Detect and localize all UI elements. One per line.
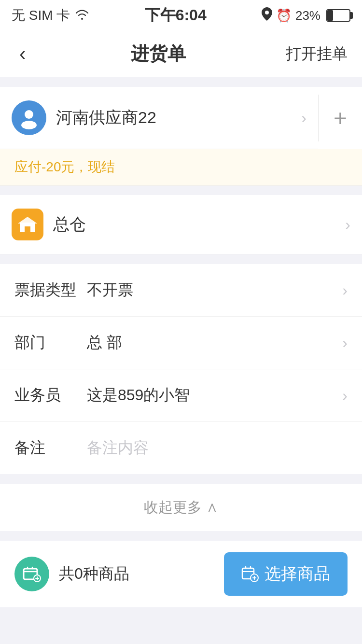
- select-product-icon: [241, 565, 259, 583]
- warehouse-row[interactable]: 总仓 ›: [0, 195, 362, 254]
- back-button[interactable]: ‹: [14, 38, 30, 70]
- invoice-type-chevron-icon: ›: [342, 281, 348, 299]
- department-chevron-icon: ›: [342, 334, 348, 352]
- salesperson-chevron-icon: ›: [342, 387, 348, 405]
- status-time: 下午6:04: [145, 5, 207, 26]
- bottom-bar: 共0种商品 选择商品: [0, 541, 362, 607]
- warehouse-icon: [12, 209, 43, 240]
- salesperson-value: 这是859的小智: [77, 385, 337, 406]
- page-title: 进货单: [131, 42, 186, 66]
- location-icon: [262, 7, 272, 24]
- svg-marker-3: [18, 217, 37, 224]
- status-right: ⏰ 23%: [262, 7, 350, 24]
- add-supplier-button[interactable]: +: [319, 87, 362, 149]
- status-bar: 无 SIM 卡 下午6:04 ⏰ 23%: [0, 0, 362, 31]
- invoice-type-label: 票据类型: [14, 280, 77, 301]
- wifi-icon: [75, 8, 89, 23]
- alarm-icon: ⏰: [276, 8, 292, 23]
- remark-row[interactable]: 备注 备注内容: [0, 422, 362, 474]
- collapse-button[interactable]: 收起更多 ∧: [0, 484, 362, 531]
- page-background: [0, 607, 362, 644]
- product-count-icon: [14, 557, 49, 591]
- supplier-chevron-icon: ›: [301, 109, 306, 127]
- alert-row: 应付-20元，现结: [0, 149, 362, 185]
- supplier-avatar: [12, 100, 46, 135]
- battery-text: 23%: [295, 8, 320, 23]
- department-value: 总 部: [77, 332, 337, 353]
- open-pending-button[interactable]: 打开挂单: [286, 43, 348, 65]
- divider-top: [0, 77, 362, 87]
- supplier-name: 河南供应商22: [56, 107, 296, 129]
- supplier-selector[interactable]: 河南供应商22 ›: [0, 87, 318, 149]
- warehouse-name: 总仓: [53, 213, 340, 236]
- remark-label: 备注: [14, 437, 77, 459]
- salesperson-row[interactable]: 业务员 这是859的小智 ›: [0, 369, 362, 422]
- svg-point-0: [25, 110, 33, 119]
- battery-icon: [326, 9, 350, 22]
- status-carrier: 无 SIM 卡: [12, 6, 89, 25]
- carrier-text: 无 SIM 卡: [12, 6, 70, 25]
- svg-rect-4: [25, 226, 30, 232]
- invoice-type-value: 不开票: [77, 280, 337, 301]
- nav-bar: ‹ 进货单 打开挂单: [0, 31, 362, 77]
- warehouse-chevron-icon: ›: [345, 216, 350, 234]
- invoice-type-row[interactable]: 票据类型 不开票 ›: [0, 264, 362, 317]
- supplier-section: 河南供应商22 › +: [0, 87, 362, 149]
- select-product-label: 选择商品: [265, 563, 330, 585]
- svg-point-1: [21, 121, 37, 129]
- form-section: 票据类型 不开票 › 部门 总 部 › 业务员 这是859的小智 › 备注 备注…: [0, 264, 362, 474]
- select-product-button[interactable]: 选择商品: [224, 552, 348, 596]
- product-count-text: 共0种商品: [59, 563, 214, 585]
- salesperson-label: 业务员: [14, 385, 77, 406]
- department-label: 部门: [14, 332, 77, 353]
- department-row[interactable]: 部门 总 部 ›: [0, 317, 362, 369]
- remark-placeholder: 备注内容: [77, 437, 348, 459]
